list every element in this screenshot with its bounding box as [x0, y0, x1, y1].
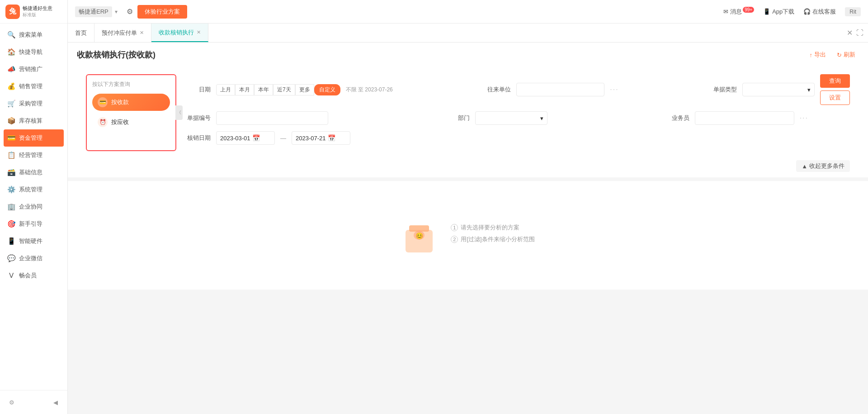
- empty-hint-1: 1 请先选择要分析的方案: [451, 224, 534, 232]
- member-label: 畅会员: [19, 271, 37, 280]
- topbar-settings-icon[interactable]: ⚙: [127, 7, 133, 16]
- sidebar-item-quicknav[interactable]: 🏠 快捷导航: [0, 43, 67, 61]
- filter-by-receipt[interactable]: 💳 按收款: [92, 94, 170, 111]
- settings-icon: ⚙: [9, 399, 14, 406]
- staff-label: 业务员: [662, 114, 689, 122]
- notification-btn[interactable]: ✉ 消息 99+: [723, 8, 754, 16]
- sidebar-item-search[interactable]: 🔍 搜索菜单: [0, 26, 67, 43]
- sidebar-item-wechat[interactable]: 💬 企业微信: [0, 250, 67, 267]
- filter-row-3: 核销日期 2023-03-01 📅 — 2023-07-21 📅: [184, 131, 850, 145]
- date-btn-more[interactable]: 更多: [295, 84, 314, 95]
- sidebar-item-guide[interactable]: 🎯 新手引导: [0, 215, 67, 233]
- sidebar-collapse-btn[interactable]: ◀: [48, 395, 63, 409]
- content-area: 收款核销执行(按收款) ↑ 导出 ↻ 刷新 按以下方案查询 💳: [68, 43, 868, 414]
- receipt-tab-close[interactable]: ✕: [197, 29, 201, 35]
- receivable-option-icon: ⏰: [98, 117, 108, 127]
- corp-label: 企业协同: [19, 203, 42, 211]
- tabbar-expand-btn[interactable]: ⛶: [856, 29, 863, 37]
- basic-label: 基础信息: [19, 168, 42, 176]
- prepay-tab-close[interactable]: ✕: [140, 30, 144, 36]
- dept-select[interactable]: ▾: [475, 111, 547, 125]
- search-label: 搜索菜单: [19, 31, 42, 39]
- sidebar-item-corp[interactable]: 🏢 企业协同: [0, 198, 67, 215]
- counterparty-dots[interactable]: ···: [610, 86, 618, 94]
- service-icon: 🎧: [803, 8, 811, 15]
- sidebar-item-system[interactable]: ⚙️ 系统管理: [0, 181, 67, 198]
- filter-collapse-btn[interactable]: 《: [175, 105, 183, 120]
- app-download-btn[interactable]: 📱 App下载: [763, 8, 794, 16]
- verify-date-end-value: 2023-07-21: [296, 135, 326, 142]
- refresh-icon: ↻: [837, 52, 842, 58]
- sidebar-item-hardware[interactable]: 📱 智能硬件: [0, 233, 67, 250]
- doc-number-label: 单据编号: [184, 114, 211, 122]
- verify-date-end[interactable]: 2023-07-21 📅: [292, 131, 350, 145]
- collapse-icon: ◀: [53, 399, 58, 406]
- logo-text: 畅捷通好生意: [23, 5, 52, 12]
- topbar-arrow-icon[interactable]: ▾: [115, 9, 118, 15]
- date-btn-7days[interactable]: 近7天: [273, 84, 295, 95]
- marketing-label: 营销推广: [19, 65, 42, 73]
- empty-illustration: 😊: [401, 217, 437, 253]
- tab-prepay[interactable]: 预付冲应付单✕: [94, 24, 151, 42]
- marketing-icon: 📣: [7, 65, 15, 73]
- tabbar-close-btn[interactable]: ✕: [847, 29, 853, 37]
- filter-by-receivable[interactable]: ⏰ 按应收: [92, 114, 170, 131]
- filter-left-title: 按以下方案查询: [92, 81, 170, 88]
- sidebar-item-stock[interactable]: 📦 库存核算: [0, 112, 67, 129]
- verify-date-start[interactable]: 2023-03-01 📅: [216, 131, 275, 145]
- sidebar-item-ops[interactable]: 📋 经营管理: [0, 147, 67, 164]
- staff-input[interactable]: [695, 111, 794, 125]
- page-header: 收款核销执行(按收款) ↑ 导出 ↻ 刷新: [68, 43, 868, 61]
- notification-badge: 99+: [743, 7, 754, 13]
- quicknav-icon: 🏠: [7, 48, 15, 56]
- wechat-icon: 💬: [7, 254, 15, 262]
- doc-type-select[interactable]: ▾: [742, 83, 815, 96]
- main-area: 畅捷通ERP ▾ ⚙ 休验行业方案 ✉ 消息 99+ 📱 App下载 🎧 在线客…: [68, 0, 868, 414]
- topbar-user[interactable]: Rit: [845, 7, 861, 16]
- calendar-end-icon: 📅: [328, 134, 335, 142]
- empty-content: 😊 1 请先选择要分析的方案 2 用[过滤]条件来缩小分析范围: [401, 217, 534, 253]
- stock-icon: 📦: [7, 117, 15, 125]
- doc-number-input[interactable]: [216, 111, 328, 125]
- filter-settings-btn[interactable]: 设置: [820, 90, 850, 105]
- collapse-more-area: ▲ 收起更多条件: [77, 158, 859, 177]
- tab-home[interactable]: 首页: [68, 24, 94, 42]
- sidebar-item-member[interactable]: Ⅴ 畅会员: [0, 267, 67, 284]
- collapse-more-btn[interactable]: ▲ 收起更多条件: [796, 160, 850, 172]
- sidebar-item-marketing[interactable]: 📣 营销推广: [0, 61, 67, 78]
- export-btn[interactable]: ↑ 导出: [806, 49, 830, 61]
- date-btn-this-year[interactable]: 本年: [254, 84, 273, 95]
- collapse-more-icon: ▲: [802, 163, 807, 170]
- date-label: 日期: [184, 86, 211, 94]
- sidebar-logo: 兔 畅捷通好生意 标准版: [0, 0, 67, 24]
- svg-rect-1: [409, 225, 429, 232]
- online-service-btn[interactable]: 🎧 在线客服: [803, 8, 836, 16]
- staff-dots[interactable]: ···: [800, 114, 808, 122]
- notification-label: 消息: [730, 8, 742, 16]
- date-btn-last-month[interactable]: 上月: [216, 84, 235, 95]
- sidebar-settings-btn[interactable]: ⚙: [5, 395, 19, 409]
- online-service-label: 在线客服: [812, 8, 836, 16]
- sidebar-item-sales[interactable]: 💰 销售管理: [0, 78, 67, 95]
- export-label: 导出: [814, 51, 826, 59]
- industry-btn[interactable]: 休验行业方案: [137, 5, 187, 19]
- sidebar-item-funds[interactable]: 💳 资金管理: [4, 129, 64, 147]
- receipt-option-label: 按收款: [111, 98, 129, 106]
- basic-icon: 🗃️: [7, 168, 15, 176]
- sidebar-item-basic[interactable]: 🗃️ 基础信息: [0, 164, 67, 181]
- refresh-btn[interactable]: ↻ 刷新: [833, 49, 859, 61]
- query-btn[interactable]: 查询: [820, 74, 850, 88]
- svg-text:😊: 😊: [415, 232, 424, 240]
- verify-date-start-value: 2023-03-01: [220, 135, 250, 142]
- sidebar-item-purchase[interactable]: 🛒 采购管理: [0, 95, 67, 112]
- counterparty-input[interactable]: [516, 83, 604, 96]
- sidebar-bottom: ⚙ ◀: [0, 390, 67, 414]
- tab-receipt[interactable]: 收款核销执行✕: [151, 24, 208, 42]
- topbar-brand-text: 畅捷通ERP: [75, 6, 112, 17]
- funds-label: 资金管理: [19, 134, 42, 142]
- quicknav-label: 快捷导航: [19, 48, 42, 56]
- date-btn-this-month[interactable]: 本月: [235, 84, 254, 95]
- date-btn-custom[interactable]: 自定义: [314, 84, 340, 95]
- stock-label: 库存核算: [19, 117, 42, 125]
- calendar-start-icon: 📅: [252, 134, 260, 142]
